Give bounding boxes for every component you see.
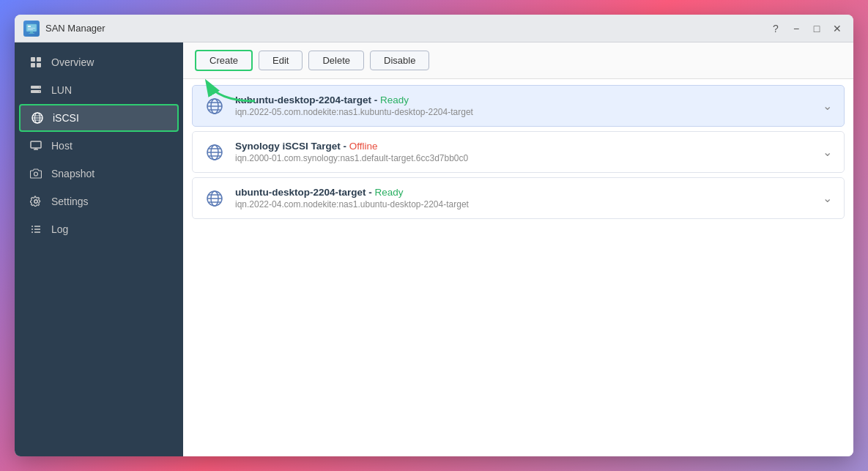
toolbar: Create Edit Delete Disable bbox=[183, 42, 853, 79]
sidebar-snapshot-label: Snapshot bbox=[51, 168, 94, 179]
sidebar-item-lun[interactable]: LUN bbox=[15, 76, 183, 104]
main-panel: Create Edit Delete Disable bbox=[183, 42, 853, 456]
sidebar-settings-label: Settings bbox=[51, 196, 89, 207]
sidebar-overview-label: Overview bbox=[51, 56, 94, 68]
app-title: SAN Manager bbox=[45, 23, 768, 34]
chevron-right-icon-3: ⌄ bbox=[823, 191, 832, 205]
sidebar-host-label: Host bbox=[51, 140, 73, 152]
item-3-content: ubuntu-desktop-2204-target - Ready iqn.2… bbox=[235, 187, 823, 209]
item-2-iqn: iqn.2000-01.com.synology:nas1.default-ta… bbox=[235, 153, 823, 163]
iscsi-targets-list: kubuntu-desktop-2204-target - Ready iqn.… bbox=[183, 79, 853, 456]
svg-point-22 bbox=[34, 172, 38, 176]
sidebar-log-label: Log bbox=[51, 223, 68, 235]
gear-icon bbox=[29, 195, 42, 208]
close-button[interactable]: ✕ bbox=[830, 21, 845, 36]
list-icon bbox=[29, 223, 42, 236]
svg-rect-1 bbox=[28, 26, 31, 27]
item-3-iqn: iqn.2022-04.com.nodekite:nas1.ubuntu-des… bbox=[235, 199, 823, 209]
sidebar-item-overview[interactable]: Overview bbox=[15, 48, 183, 76]
svg-point-12 bbox=[39, 86, 40, 88]
iscsi-target-item-1[interactable]: kubuntu-desktop-2204-target - Ready iqn.… bbox=[192, 85, 845, 127]
svg-point-13 bbox=[39, 91, 40, 92]
delete-button[interactable]: Delete bbox=[308, 51, 364, 70]
chevron-down-icon-1: ⌄ bbox=[823, 99, 832, 113]
svg-rect-3 bbox=[28, 29, 33, 30]
item-2-name: Synology iSCSI Target - Offline bbox=[235, 141, 823, 152]
svg-rect-19 bbox=[31, 141, 41, 148]
help-button[interactable]: ? bbox=[768, 21, 783, 36]
svg-rect-7 bbox=[37, 57, 41, 62]
content-area: Overview LUN bbox=[15, 42, 853, 456]
globe-icon-3 bbox=[204, 188, 225, 209]
sidebar-item-iscsi[interactable]: iSCSI bbox=[19, 104, 179, 132]
item-1-iqn: iqn.2022-05.com.nodekite:nas1.kubuntu-de… bbox=[235, 107, 823, 117]
sidebar-item-snapshot[interactable]: Snapshot bbox=[15, 160, 183, 188]
maximize-button[interactable]: □ bbox=[809, 21, 824, 36]
svg-rect-2 bbox=[28, 28, 35, 29]
svg-rect-6 bbox=[31, 57, 35, 62]
sidebar-item-settings[interactable]: Settings bbox=[15, 188, 183, 215]
app-icon bbox=[23, 21, 40, 37]
edit-button[interactable]: Edit bbox=[259, 51, 303, 70]
globe-icon-1 bbox=[204, 96, 225, 116]
svg-rect-9 bbox=[37, 63, 41, 67]
item-1-status: Ready bbox=[380, 94, 409, 105]
item-1-name: kubuntu-desktop-2204-target - Ready bbox=[235, 94, 823, 105]
minimize-button[interactable]: − bbox=[789, 21, 804, 36]
sidebar-iscsi-label: iSCSI bbox=[53, 112, 79, 124]
item-2-status: Offline bbox=[349, 141, 378, 152]
window-controls: ? − □ ✕ bbox=[768, 21, 845, 36]
monitor-icon bbox=[29, 139, 42, 152]
svg-rect-4 bbox=[30, 31, 33, 33]
item-3-status: Ready bbox=[375, 187, 404, 198]
title-bar: SAN Manager ? − □ ✕ bbox=[15, 15, 853, 42]
iscsi-target-item-3[interactable]: ubuntu-desktop-2204-target - Ready iqn.2… bbox=[192, 177, 845, 219]
grid-icon bbox=[29, 56, 42, 69]
sidebar-item-host[interactable]: Host bbox=[15, 132, 183, 160]
camera-icon bbox=[29, 167, 42, 180]
create-button[interactable]: Create bbox=[195, 50, 253, 71]
svg-rect-8 bbox=[31, 63, 35, 67]
disable-button[interactable]: Disable bbox=[370, 51, 429, 70]
iscsi-target-item-2[interactable]: Synology iSCSI Target - Offline iqn.2000… bbox=[192, 131, 845, 173]
svg-rect-5 bbox=[29, 33, 34, 34]
chevron-right-icon-2: ⌄ bbox=[823, 145, 832, 159]
sidebar-lun-label: LUN bbox=[51, 84, 72, 96]
sidebar: Overview LUN bbox=[15, 42, 183, 456]
item-3-name: ubuntu-desktop-2204-target - Ready bbox=[235, 187, 823, 198]
globe-icon bbox=[31, 111, 44, 125]
globe-icon-2 bbox=[204, 142, 225, 163]
server-icon bbox=[29, 84, 42, 97]
app-window: SAN Manager ? − □ ✕ Overview bbox=[15, 15, 853, 456]
sidebar-item-log[interactable]: Log bbox=[15, 215, 183, 243]
item-2-content: Synology iSCSI Target - Offline iqn.2000… bbox=[235, 141, 823, 163]
item-1-content: kubuntu-desktop-2204-target - Ready iqn.… bbox=[235, 94, 823, 117]
